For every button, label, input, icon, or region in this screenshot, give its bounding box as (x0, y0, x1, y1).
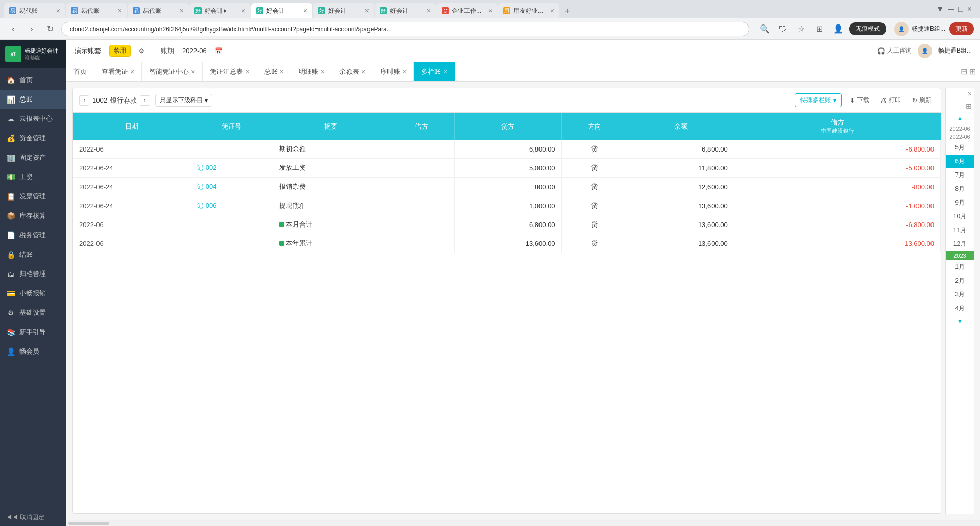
tab-close-3[interactable]: × (180, 7, 184, 15)
back-button[interactable]: ‹ (6, 22, 20, 36)
filter-dropdown[interactable]: 只显示下级科目 ▾ (155, 94, 212, 107)
nav-tab-close-balance[interactable]: × (361, 68, 365, 76)
tab-close-1[interactable]: × (56, 7, 60, 15)
nav-tab-close-voucher[interactable]: × (130, 68, 134, 76)
month-feb-2023[interactable]: 2月 (946, 274, 974, 288)
tab-1[interactable]: 易 易代账 × (4, 3, 65, 18)
month-mar-2023[interactable]: 3月 (946, 288, 974, 302)
tab-close-5[interactable]: × (303, 7, 307, 15)
account-prev-button[interactable]: ‹ (79, 95, 89, 106)
account-next-button[interactable]: › (140, 95, 150, 106)
tab-7[interactable]: 好 好会计 × (375, 3, 436, 18)
month-jan-2023[interactable]: 1月 (946, 260, 974, 274)
tab-3[interactable]: 易 易代账 × (128, 3, 189, 18)
account-settings-icon[interactable]: ⚙ (139, 47, 144, 55)
expand-sidebar-button[interactable]: ⊞ (966, 102, 972, 110)
bookmark-star-icon[interactable]: ☆ (794, 22, 808, 36)
tab-4[interactable]: 好 好会计♦ × (189, 3, 251, 18)
forward-button[interactable]: › (24, 22, 39, 36)
nav-tab-close-summary[interactable]: × (245, 68, 249, 76)
sidebar-item-fund[interactable]: 💰 资金管理 (0, 129, 66, 148)
nav-tab-sequence[interactable]: 序时账 × (373, 62, 414, 82)
refresh-button[interactable]: ↻ 刷新 (909, 94, 935, 107)
calendar-icon[interactable]: 📅 (215, 47, 223, 55)
month-july[interactable]: 7月 (946, 168, 974, 182)
special-multicolumn-button[interactable]: 特殊多栏账 ▾ (795, 93, 842, 107)
cell-voucher[interactable]: 记-002 (190, 159, 273, 178)
tab-2[interactable]: 易 易代账 × (66, 3, 127, 18)
nav-tab-close-sequence[interactable]: × (402, 68, 406, 76)
sidebar-collapse-button[interactable]: ◀◀ 取消固定 (0, 509, 66, 526)
sidebar-item-close[interactable]: 🔒 结账 (0, 245, 66, 264)
month-december[interactable]: 12月 (946, 237, 974, 251)
month-august[interactable]: 8月 (946, 182, 974, 196)
tab-8[interactable]: C 企业工作... × (436, 3, 498, 18)
grid-icon[interactable]: ⊞ (813, 22, 827, 36)
nav-collapse-icon[interactable]: ⊟ (961, 67, 967, 77)
tab-close-9[interactable]: × (550, 7, 554, 15)
sidebar-item-tax[interactable]: 📄 税务管理 (0, 226, 66, 245)
maximize-button[interactable]: □ (958, 5, 963, 14)
nav-expand-icon[interactable]: ⊞ (969, 67, 976, 77)
sidebar-item-assets[interactable]: 🏢 固定资产 (0, 148, 66, 167)
sidebar-item-inventory[interactable]: 📦 库存核算 (0, 206, 66, 226)
month-may[interactable]: 5月 (946, 141, 974, 155)
download-button[interactable]: ⬇ 下载 (847, 94, 872, 107)
sidebar-item-report[interactable]: ☁ 云报表中心 (0, 109, 66, 129)
nav-tab-voucher-summary[interactable]: 凭证汇总表 × (203, 62, 257, 82)
add-tab-button[interactable]: + (560, 4, 574, 18)
profile-icon[interactable]: 👤 (831, 22, 845, 36)
sidebar-item-settings[interactable]: ⚙ 基础设置 (0, 303, 66, 322)
nav-tab-voucher[interactable]: 查看凭证 × (94, 62, 142, 82)
cell-voucher[interactable]: 记-006 (190, 196, 273, 215)
sidebar-item-salary[interactable]: 💵 工资 (0, 167, 66, 187)
print-button[interactable]: 🖨 打印 (877, 94, 904, 107)
minimize-button[interactable]: ─ (948, 5, 954, 14)
nav-tab-general-ledger[interactable]: 总账 × (257, 62, 291, 82)
update-button[interactable]: 更新 (949, 22, 974, 35)
sidebar-item-expense[interactable]: 💳 小畅报销 (0, 284, 66, 303)
sidebar-item-guide[interactable]: 📚 新手引导 (0, 322, 66, 342)
nav-tab-close-smart[interactable]: × (191, 68, 195, 76)
tab-list-button[interactable]: ▼ (936, 5, 944, 14)
month-september[interactable]: 9月 (946, 196, 974, 210)
nav-tab-home[interactable]: 首页 (66, 62, 94, 82)
nav-tab-detail-ledger[interactable]: 明细账 × (291, 62, 332, 82)
tab-5[interactable]: 好 好会计 × (251, 3, 312, 18)
tab-close-2[interactable]: × (118, 7, 122, 15)
month-october[interactable]: 10月 (946, 210, 974, 223)
reload-button[interactable]: ↻ (43, 22, 57, 36)
sidebar-item-ledger[interactable]: 📊 总账 (0, 90, 66, 109)
year-2023-label[interactable]: 2023 (946, 251, 974, 260)
close-sidebar-button[interactable]: × (968, 90, 972, 98)
nav-tab-multi-column[interactable]: 多栏账 × (414, 62, 455, 82)
address-input[interactable] (61, 22, 749, 36)
tab-close-7[interactable]: × (427, 7, 431, 15)
horizontal-scrollbar[interactable] (66, 520, 980, 526)
sidebar-item-home[interactable]: 🏠 首页 (0, 70, 66, 90)
nav-tab-close-general[interactable]: × (280, 68, 284, 76)
tab-close-8[interactable]: × (488, 7, 493, 15)
incognito-mode-button[interactable]: 无痕模式 (849, 22, 886, 35)
month-apr-2023[interactable]: 4月 (946, 302, 974, 315)
tab-close-4[interactable]: × (241, 7, 246, 15)
sidebar-item-member[interactable]: 👤 畅会员 (0, 342, 66, 361)
sidebar-item-invoice[interactable]: 📋 发票管理 (0, 187, 66, 206)
period-value[interactable]: 2022-06 (182, 47, 207, 55)
nav-tab-close-multi[interactable]: × (443, 68, 447, 76)
month-june[interactable]: 6月 (946, 155, 974, 168)
shield-icon[interactable]: 🛡 (776, 22, 790, 36)
sidebar-item-archive[interactable]: 🗂 归档管理 (0, 264, 66, 284)
nav-tab-close-detail[interactable]: × (321, 68, 325, 76)
month-november[interactable]: 11月 (946, 223, 974, 237)
scroll-up-button[interactable]: ▲ (946, 112, 974, 124)
tab-9[interactable]: 用 用友好业... × (498, 3, 559, 18)
cell-voucher[interactable]: 记-004 (190, 178, 273, 196)
search-icon[interactable]: 🔍 (757, 22, 772, 36)
tab-close-6[interactable]: × (365, 7, 369, 15)
nav-tab-balance[interactable]: 余额表 × (332, 62, 373, 82)
close-window-button[interactable]: × (967, 5, 972, 14)
scroll-down-button[interactable]: ▼ (946, 315, 974, 328)
consult-button[interactable]: 🎧 人工咨询 (877, 46, 912, 55)
tab-6[interactable]: 好 好会计 × (313, 3, 374, 18)
